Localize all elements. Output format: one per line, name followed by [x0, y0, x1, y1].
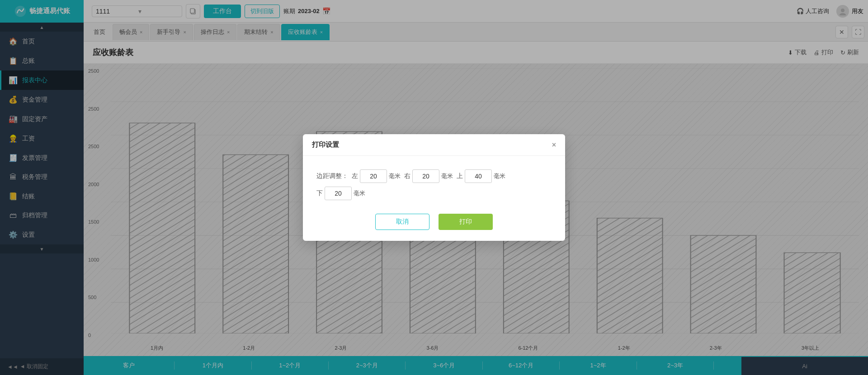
- top-margin-group: 上 毫米: [457, 169, 505, 183]
- left-label: 左: [352, 172, 358, 180]
- cancel-button[interactable]: 取消: [375, 214, 429, 230]
- print-confirm-button[interactable]: 打印: [439, 214, 493, 230]
- modal-title: 打印设置: [312, 141, 339, 149]
- right-unit: 毫米: [441, 172, 453, 180]
- print-settings-dialog: 打印设置 × 边距调整： 左 毫米 右 毫米 上 毫米: [303, 134, 565, 241]
- modal-footer: 取消 打印: [303, 209, 565, 241]
- top-label: 上: [457, 172, 463, 180]
- top-margin-input[interactable]: [465, 169, 492, 183]
- margin-label: 边距调整：: [316, 172, 348, 180]
- left-unit: 毫米: [389, 172, 401, 180]
- right-label: 右: [404, 172, 410, 180]
- bottom-unit: 毫米: [354, 189, 365, 197]
- left-margin-group: 左 毫米: [352, 169, 401, 183]
- right-margin-input[interactable]: [412, 169, 439, 183]
- margin-settings: 边距调整： 左 毫米 右 毫米 上 毫米 下: [316, 169, 552, 200]
- modal-overlay[interactable]: 打印设置 × 边距调整： 左 毫米 右 毫米 上 毫米: [0, 0, 868, 375]
- modal-body: 边距调整： 左 毫米 右 毫米 上 毫米 下: [303, 156, 565, 209]
- right-margin-group: 右 毫米: [404, 169, 453, 183]
- bottom-label: 下: [316, 189, 323, 197]
- left-margin-input[interactable]: [360, 169, 387, 183]
- modal-header: 打印设置 ×: [303, 134, 565, 156]
- bottom-margin-input[interactable]: [325, 187, 352, 200]
- bottom-margin-group: 下 毫米: [316, 187, 365, 200]
- modal-close-button[interactable]: ×: [552, 141, 556, 149]
- top-unit: 毫米: [494, 172, 505, 180]
